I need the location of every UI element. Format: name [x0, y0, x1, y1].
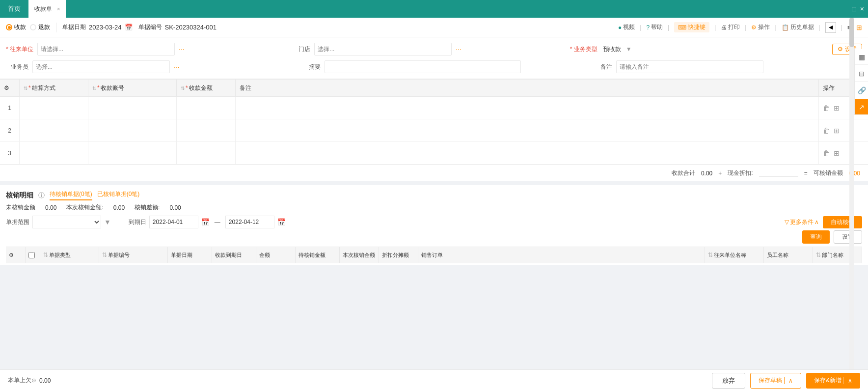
more-conditions-btn[interactable]: ▽ 更多条件 ∧	[785, 218, 819, 226]
voucher-dropdown-icon[interactable]: ▼	[104, 218, 111, 226]
row-2-amount[interactable]	[177, 119, 236, 141]
save-draft-caret[interactable]: ∧	[784, 377, 793, 384]
tab-done[interactable]: 已核销单据(0笔)	[97, 190, 140, 200]
row-2-copy-icon[interactable]: ⊞	[834, 127, 840, 135]
th-settings[interactable]: ⚙	[0, 80, 20, 96]
store-input[interactable]	[314, 43, 452, 56]
current-value: 0.00	[113, 204, 125, 211]
store-dots-icon[interactable]: ···	[456, 45, 461, 53]
tab-close-icon[interactable]: ×	[57, 6, 60, 12]
discard-button[interactable]: 放弃	[712, 373, 745, 389]
save-draft-button[interactable]: 保存草稿 ∧	[750, 373, 801, 389]
order-value: 0.00	[39, 377, 51, 384]
row-3-remark[interactable]	[236, 142, 819, 164]
row-2-payment[interactable]	[20, 119, 88, 141]
staff-dots-icon[interactable]: ···	[174, 63, 180, 71]
save-draft-label: 保存草稿	[759, 376, 782, 385]
biztype-arrow-icon[interactable]: ▼	[626, 46, 632, 53]
party-input[interactable]	[37, 43, 175, 56]
tab-home[interactable]: 首页	[0, 0, 28, 18]
tab-bar: 首页 收款单 × □ ×	[0, 0, 868, 18]
window-restore-icon[interactable]: □	[852, 5, 856, 13]
dth-staff: 员工名称	[764, 247, 813, 263]
tab-active[interactable]: 收款单 ×	[28, 0, 66, 18]
shortcut-btn[interactable]: ⌨ 快捷键	[674, 22, 709, 32]
diff-label: 核销差额:	[135, 203, 160, 212]
sidebar-table-icon[interactable]: ▦	[855, 49, 868, 65]
form-area: * 往来单位 ··· 门店 ··· * 业务类型 预收款 ▼ ⚙ 设置 业务员 …	[0, 37, 868, 79]
print-btn[interactable]: 🖨 打印	[721, 23, 740, 31]
staff-input[interactable]	[32, 60, 170, 73]
select-all-checkbox[interactable]	[28, 252, 35, 258]
voucher-range-select[interactable]	[32, 216, 101, 228]
row-1-payment[interactable]	[20, 97, 88, 119]
row-3-account[interactable]	[88, 142, 177, 164]
row-1-copy-icon[interactable]: ⊞	[834, 104, 840, 112]
sidebar-link-icon[interactable]: 🔗	[855, 83, 868, 98]
print-icon: 🖨	[721, 24, 727, 31]
detail-filter-row: 单据范围 ▼ 到期日 📅 — 📅 ▽ 更多条件 ∧ 自动核销	[6, 216, 862, 228]
row-2-account[interactable]	[88, 119, 177, 141]
dth-doctype: ⇅单据类型	[40, 247, 99, 263]
row-2-remark[interactable]	[236, 119, 819, 141]
th-account-label: 收款账号	[101, 84, 124, 92]
biztype-field: * 业务类型 预收款 ▼	[570, 45, 832, 54]
save-new-caret[interactable]: ∧	[843, 377, 852, 384]
row-3-payment[interactable]	[20, 142, 88, 164]
query-btn[interactable]: 查询	[802, 230, 830, 244]
summary-label: 摘要	[298, 63, 323, 71]
remark-input[interactable]	[616, 60, 763, 73]
date-from-input[interactable]	[149, 216, 198, 228]
prev-page-btn[interactable]: ◀	[825, 22, 836, 33]
tab-pending[interactable]: 待核销单据(0笔)	[50, 190, 92, 200]
dth-dept: ⇅部门名称	[813, 247, 862, 263]
discount-input[interactable]	[759, 169, 798, 177]
date-range-field: 到期日 📅 — 📅	[129, 216, 286, 228]
operation-icon: ⚙	[751, 24, 757, 31]
sidebar-expand-icon[interactable]: ↗	[855, 99, 868, 115]
shortcut-label: 快捷键	[688, 23, 705, 31]
row-1-account[interactable]	[88, 97, 177, 119]
receipt-refund-toggle: 收款 退款	[6, 23, 50, 31]
unchecked-label: 未核销金额	[6, 203, 35, 212]
sort-dth-1: ⇅	[43, 251, 48, 258]
radio-refund[interactable]: 退款	[30, 23, 50, 31]
summary-row: 收款合计 0.00 + 现金折扣: = 可核销金额 0.00	[0, 165, 868, 181]
date-range-dash: —	[215, 219, 220, 225]
save-new-button[interactable]: 保存&新增 ∧	[806, 373, 860, 389]
help-btn[interactable]: ? 帮助	[646, 23, 663, 31]
bottom-left: 本单上欠⊙ 0.00	[8, 376, 51, 385]
detail-table-header: ⚙ ⇅单据类型 ⇅单据编号 单据日期 收款到期日 金额 待核销金额 本次核销金额…	[6, 247, 862, 263]
sort-icon-1: ⇅	[24, 85, 27, 91]
calendar-icon[interactable]: 📅	[125, 24, 133, 31]
detail-info-icon[interactable]: ⓘ	[38, 191, 45, 200]
date-to-input[interactable]	[225, 216, 274, 228]
radio-receipt[interactable]: 收款	[6, 23, 26, 31]
row-3-amount[interactable]	[177, 142, 236, 164]
history-btn[interactable]: 📋 历史单据	[782, 23, 814, 31]
party-dots-icon[interactable]: ···	[179, 45, 185, 53]
row-1-delete-icon[interactable]: 🗑	[823, 104, 830, 112]
sort-dth-4: ⇅	[816, 251, 821, 258]
remark-label: 备注	[590, 63, 614, 71]
window-close-icon[interactable]: ×	[860, 5, 864, 13]
dth-checkbox[interactable]	[26, 247, 40, 263]
row-3-delete-icon[interactable]: 🗑	[823, 149, 830, 157]
date-to-cal-icon[interactable]: 📅	[277, 218, 286, 226]
detail-setting-btn[interactable]: 设置	[834, 230, 862, 244]
operation-btn[interactable]: ⚙ 操作	[751, 23, 770, 31]
grid-icon[interactable]: ⊞	[856, 24, 862, 31]
th-remark: 备注	[236, 80, 819, 96]
date-from-cal-icon[interactable]: 📅	[201, 218, 210, 226]
summary-input[interactable]	[325, 60, 521, 73]
row-2-delete-icon[interactable]: 🗑	[823, 127, 830, 135]
main-scrollbar[interactable]	[849, 18, 854, 369]
video-btn[interactable]: ● 视频	[618, 23, 635, 31]
row-1-amount[interactable]	[177, 97, 236, 119]
row-1-remark[interactable]	[236, 97, 819, 119]
row-3-copy-icon[interactable]: ⊞	[834, 149, 840, 157]
store-field: 门店 ···	[288, 43, 550, 56]
dth-settings[interactable]: ⚙	[6, 247, 26, 263]
sidebar-list-icon[interactable]: ⊟	[855, 66, 868, 82]
auto-writeoff-btn[interactable]: 自动核销	[823, 216, 862, 228]
